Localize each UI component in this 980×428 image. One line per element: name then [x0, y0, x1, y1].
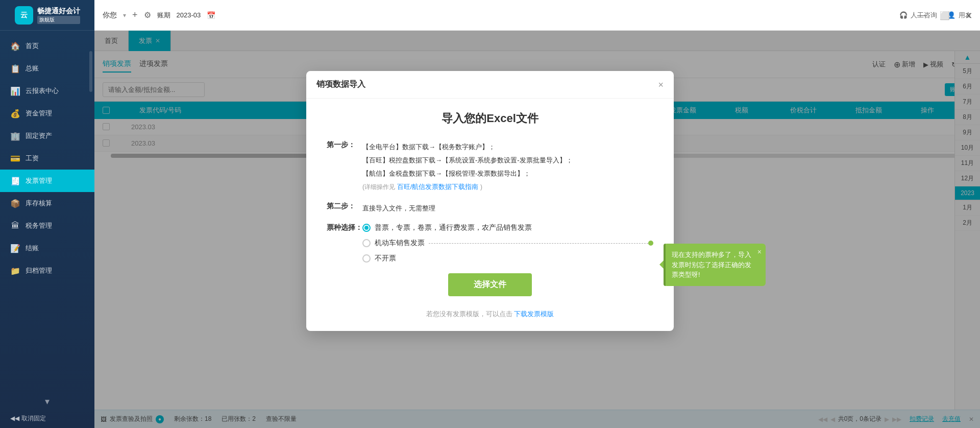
connector-line [429, 243, 648, 244]
close-button[interactable]: ✕ [957, 7, 980, 23]
dialog-title: 销项数据导入 [316, 79, 365, 90]
step1-row: 第一步： 【全电平台】数据下载→【税务数字账户】； 【百旺】税控盘数据下载→【系… [327, 140, 653, 194]
sidebar-item-report[interactable]: 📊 云报表中心 [0, 80, 94, 102]
guide-link[interactable]: 百旺/航信发票数据下载指南 [397, 183, 479, 191]
step1-label: 第一步： [327, 140, 362, 150]
fund-icon: 💰 [10, 108, 20, 118]
tooltip-text: 现在支持的票种多了，导入发票时别忘了选择正确的发票类型呀! [672, 251, 751, 278]
sidebar-nav: 🏠 首页 📋 总账 📊 云报表中心 💰 资金管理 🏢 固定资产 💳 工资 🧾 发… [0, 31, 94, 394]
asset-icon: 🏢 [10, 131, 20, 141]
sidebar-item-fund[interactable]: 💰 资金管理 [0, 102, 94, 125]
sidebar-item-label: 结账 [26, 244, 39, 253]
salary-icon: 💳 [10, 153, 20, 163]
step1-line-2: 【百旺】税控盘数据下载→【系统设置-系统参数设置-发票批量导入】； [362, 154, 573, 167]
logo-icon: 云 [15, 6, 33, 25]
radio-none-label: 不开票 [375, 254, 396, 263]
sidebar-item-invoice[interactable]: 🧾 发票管理 [0, 170, 94, 192]
home-icon: 🏠 [10, 41, 20, 51]
import-dialog: 销项数据导入 × 导入您的Excel文件 第一步： 【全电平台】数据下载→【税务… [306, 71, 674, 331]
radio-none[interactable]: 不开票 [362, 254, 653, 263]
sidebar-item-label: 税务管理 [26, 221, 52, 230]
sidebar-cancel-fixed[interactable]: ◀◀取消固定 [0, 409, 94, 428]
radio-normal-label: 普票，专票，卷票，通行费发票，农产品销售发票 [375, 223, 532, 232]
step1-line-1: 【全电平台】数据下载→【税务数字账户】； [362, 140, 573, 154]
sidebar-item-inventory[interactable]: 📦 库存核算 [0, 192, 94, 215]
dialog-main-title: 导入您的Excel文件 [327, 111, 653, 126]
tax-icon: 🏛 [10, 221, 20, 231]
radio-motor-row: 机动车销售发票 [362, 239, 653, 248]
ticket-selection-row: 票种选择： 普票，专票，卷票，通行费发票，农产品销售发票 机动车销售发票 [327, 223, 653, 263]
invoice-icon: 🧾 [10, 176, 20, 186]
sidebar-item-salary[interactable]: 💳 工资 [0, 147, 94, 170]
bottom-note-prefix: 若您没有发票模版，可以点击 [426, 310, 512, 318]
step2-text: 直接导入文件，无需整理 [362, 204, 435, 212]
dialog-body: 导入您的Excel文件 第一步： 【全电平台】数据下载→【税务数字账户】； 【百… [306, 99, 674, 331]
sidebar-item-label: 工资 [26, 154, 39, 163]
step2-label: 第二步： [327, 202, 362, 211]
inventory-icon: 📦 [10, 198, 20, 208]
dialog-header: 销项数据导入 × [306, 71, 674, 99]
radio-circle-motor [362, 239, 371, 247]
topbar: 你您 ▾ + ⚙ 账期 2023-03 📅 🎧 人工咨询 👤 用友 — ⬜ ✕ [94, 0, 980, 31]
guide-note-prefix: (详细操作见 [362, 183, 395, 191]
tooltip-close-button[interactable]: × [757, 247, 762, 257]
step1-line-3: 【航信】金税盘数据下载→【报税管理-发票数据导出】； [362, 167, 573, 180]
headset-icon: 🎧 [899, 11, 908, 19]
radio-dot-normal [364, 226, 369, 230]
sidebar-item-label: 资金管理 [26, 109, 52, 118]
add-tab-button[interactable]: + [132, 10, 138, 20]
logo-badge: 旗舰版 [37, 16, 80, 24]
company-dropdown-arrow[interactable]: ▾ [123, 12, 126, 19]
sidebar-item-label: 首页 [26, 41, 39, 51]
dialog-footer: 选择文件 [327, 263, 653, 301]
step2-content: 直接导入文件，无需整理 [362, 202, 435, 215]
calendar-icon[interactable]: 📅 [207, 11, 215, 19]
sidebar-item-label: 固定资产 [26, 131, 52, 140]
dialog-bottom-note: 若您没有发票模版，可以点击 下载发票模版 [327, 310, 653, 319]
download-template-link[interactable]: 下载发票模版 [514, 310, 554, 318]
company-selector[interactable]: 你您 [103, 11, 117, 20]
select-file-button[interactable]: 选择文件 [448, 273, 532, 296]
dialog-close-button[interactable]: × [658, 80, 664, 89]
radio-circle-normal [362, 224, 371, 232]
settings-icon[interactable]: ⚙ [144, 10, 151, 20]
sidebar-logo: 云 畅捷通好会计 旗舰版 [0, 0, 94, 31]
sidebar-item-label: 库存核算 [26, 199, 52, 208]
radio-circle-none [362, 254, 371, 263]
connector-dot [648, 241, 653, 246]
period-value: 2023-03 [177, 11, 201, 19]
checkout-icon: 📝 [10, 243, 20, 253]
step1-content: 【全电平台】数据下载→【税务数字账户】； 【百旺】税控盘数据下载→【系统设置-系… [362, 140, 573, 194]
tooltip-bubble: × 现在支持的票种多了，导入发票时别忘了选择正确的发票类型呀! [664, 244, 766, 286]
guide-note-suffix: ) [480, 183, 482, 191]
tooltip-bar [664, 244, 666, 286]
sidebar-item-label: 归档管理 [26, 266, 52, 275]
step2-row: 第二步： 直接导入文件，无需整理 [327, 202, 653, 215]
ticket-label: 票种选择： [327, 223, 362, 232]
logo-name: 畅捷通好会计 [37, 6, 80, 15]
window-controls: — ⬜ ✕ [910, 0, 980, 31]
minimize-button[interactable]: — [910, 7, 933, 23]
sidebar-item-label: 发票管理 [26, 176, 52, 185]
sidebar-scroll-down[interactable]: ▾ [0, 394, 94, 409]
sidebar-item-archive[interactable]: 📁 归档管理 [0, 259, 94, 282]
sidebar-item-checkout[interactable]: 📝 结账 [0, 237, 94, 259]
ledger-icon: 📋 [10, 63, 20, 74]
radio-motor-label: 机动车销售发票 [375, 239, 425, 248]
sidebar-item-label: 云报表中心 [26, 86, 59, 96]
sidebar: 云 畅捷通好会计 旗舰版 🏠 首页 📋 总账 📊 云报表中心 💰 资金管理 🏢 … [0, 0, 94, 428]
sidebar-item-home[interactable]: 🏠 首页 [0, 35, 94, 57]
report-icon: 📊 [10, 86, 20, 96]
period-label: 账期 [157, 11, 170, 20]
sidebar-item-asset[interactable]: 🏢 固定资产 [0, 125, 94, 147]
sidebar-item-ledger[interactable]: 📋 总账 [0, 57, 94, 80]
connector [429, 241, 653, 246]
sidebar-item-tax[interactable]: 🏛 税务管理 [0, 215, 94, 237]
maximize-button[interactable]: ⬜ [933, 7, 957, 23]
sidebar-item-label: 总账 [26, 64, 39, 73]
step1-link-note: (详细操作见 百旺/航信发票数据下载指南 ) [362, 180, 573, 194]
radio-normal[interactable]: 普票，专票，卷票，通行费发票，农产品销售发票 [362, 223, 653, 232]
archive-icon: 📁 [10, 266, 20, 276]
ticket-options-container: 普票，专票，卷票，通行费发票，农产品销售发票 机动车销售发票 [362, 223, 653, 263]
radio-motor[interactable]: 机动车销售发票 [362, 239, 425, 248]
